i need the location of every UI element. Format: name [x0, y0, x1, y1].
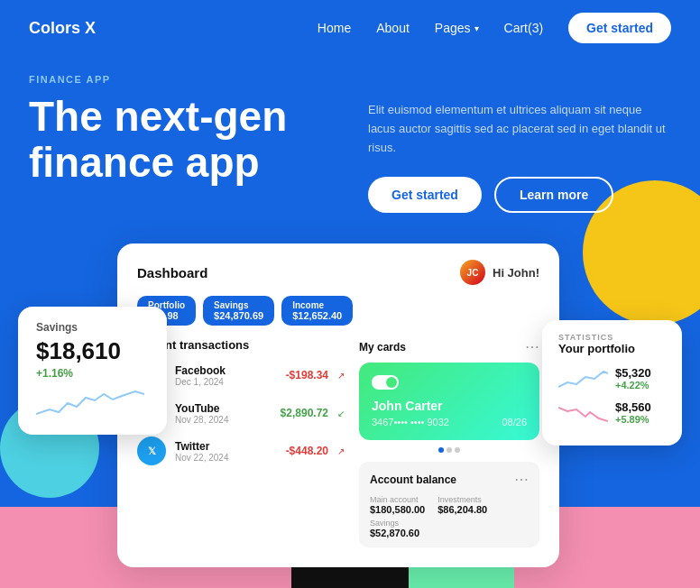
account-dots-icon[interactable]: ⋯ — [514, 471, 529, 488]
dots-menu-icon[interactable]: ⋯ — [525, 338, 539, 355]
twitter-icon: 𝕏 — [137, 436, 166, 465]
trans-amount: $2,890.72 — [281, 407, 328, 419]
investments-value: $86,204.80 — [438, 504, 487, 515]
hero-buttons: Get started Learn more — [368, 177, 671, 213]
trans-name: Twitter — [175, 440, 277, 453]
hero-learn-more-button[interactable]: Learn more — [494, 177, 613, 213]
stats-value-2: $8,560 — [615, 400, 651, 414]
trans-date: Nov 28, 2024 — [175, 415, 272, 425]
credit-card: John Carter 3467•••• •••• 9032 08/26 — [359, 363, 539, 440]
savings-chart — [36, 387, 149, 422]
right-panel: My cards ⋯ John Carter 3467•••• •••• 903… — [359, 338, 539, 547]
account-balance-section: Account balance ⋯ Main account $180,580.… — [359, 462, 539, 547]
account-balance-title: Account balance — [370, 473, 456, 486]
tab-income[interactable]: Income $12,652.40 — [281, 296, 353, 326]
nav-logo[interactable]: Colors X — [29, 19, 96, 38]
investments-item: Investments $86,204.80 — [438, 495, 487, 515]
stats-item-2: $8,560 +5.89% — [558, 399, 666, 426]
trans-amount: -$448.20 — [286, 445, 328, 457]
savings-change: +1.16% — [36, 367, 149, 380]
nav-links: Home About Pages ▾ Cart(3) Get started — [318, 13, 671, 43]
statistics-widget: Statistics Your portfolio $5,320 +4.22% … — [542, 320, 682, 446]
statistics-label: Statistics — [558, 333, 666, 342]
transactions-panel: Recent transactions f Facebook Dec 1, 20… — [137, 338, 345, 547]
card-dot-2 — [447, 447, 452, 453]
dashboard-header: Dashboard JC Hi John! — [137, 260, 539, 285]
dashboard-body: Recent transactions f Facebook Dec 1, 20… — [137, 338, 539, 547]
tab-savings[interactable]: Savings $24,870.69 — [203, 296, 274, 326]
arrow-down-icon: ↙ — [337, 409, 345, 418]
trans-name: Facebook — [175, 364, 277, 377]
trans-date: Nov 22, 2024 — [175, 453, 277, 463]
table-row: 𝕏 Twitter Nov 22, 2024 -$448.20 ↗ — [137, 436, 345, 465]
nav-get-started-button[interactable]: Get started — [568, 13, 671, 43]
dashboard-card: Dashboard JC Hi John! Portfolio $58.98 S… — [117, 243, 559, 567]
savings-label: Savings — [36, 321, 149, 334]
nav-link-pages[interactable]: Pages ▾ — [435, 21, 479, 35]
avatar: JC — [460, 260, 485, 285]
card-number: 3467•••• •••• 9032 08/26 — [372, 417, 527, 427]
nav-link-cart[interactable]: Cart(3) — [504, 21, 544, 35]
card-dots-indicator — [359, 447, 539, 453]
stats-info-1: $5,320 +4.22% — [615, 366, 651, 390]
hero-left: The next-gen finance app — [29, 94, 332, 185]
table-row: f Facebook Dec 1, 2024 -$198.34 ↗ — [137, 361, 345, 390]
nav-link-home[interactable]: Home — [318, 21, 351, 35]
dashboard-container: Dashboard JC Hi John! Portfolio $58.98 S… — [117, 243, 559, 567]
account-balance-row: Main account $180,580.00 Investments $86… — [370, 495, 529, 515]
arrow-up-icon: ↗ — [337, 371, 345, 381]
dashboard-tabs: Portfolio $58.98 Savings $24,870.69 Inco… — [137, 296, 539, 326]
table-row: ▶ YouTube Nov 28, 2024 $2,890.72 ↙ — [137, 399, 345, 427]
navbar: Colors X Home About Pages ▾ Cart(3) Get … — [0, 0, 700, 56]
arrow-up-icon: ↗ — [337, 446, 345, 456]
hero-section: FINANCE APP The next-gen finance app Eli… — [0, 56, 700, 213]
trans-date: Dec 1, 2024 — [175, 377, 277, 387]
savings-amount: $18,610 — [36, 337, 149, 365]
savings-widget: Savings $18,610 +1.16% — [18, 307, 167, 435]
main-account-value: $180,580.00 — [370, 504, 425, 515]
hero-content: The next-gen finance app Elit euismod el… — [29, 94, 671, 213]
transactions-title: Recent transactions — [137, 338, 345, 352]
savings-balance-item: Savings $52,870.60 — [370, 519, 529, 538]
stats-chart-mini-1 — [558, 364, 608, 391]
chevron-down-icon: ▾ — [474, 23, 479, 33]
transaction-info: Facebook Dec 1, 2024 — [175, 364, 277, 387]
account-balance-header: Account balance ⋯ — [370, 471, 529, 488]
stats-pct-2: +5.89% — [615, 414, 651, 425]
my-cards-section: My cards ⋯ John Carter 3467•••• •••• 903… — [359, 338, 539, 453]
tab-savings-value: $24,870.69 — [214, 310, 263, 321]
hero-label: FINANCE APP — [29, 74, 671, 85]
stats-info-2: $8,560 +5.89% — [615, 400, 651, 425]
savings-balance-value: $52,870.60 — [370, 528, 529, 538]
hero-title: The next-gen finance app — [29, 94, 332, 185]
transaction-info: Twitter Nov 22, 2024 — [175, 440, 277, 463]
stats-value-1: $5,320 — [615, 366, 651, 380]
card-dot-1 — [438, 447, 444, 453]
nav-link-about[interactable]: About — [376, 21, 410, 35]
card-holder-name: John Carter — [372, 399, 527, 413]
transaction-info: YouTube Nov 28, 2024 — [175, 402, 272, 425]
hero-get-started-button[interactable]: Get started — [368, 177, 482, 213]
main-account-item: Main account $180,580.00 — [370, 495, 425, 515]
stats-pct-1: +4.22% — [615, 380, 651, 390]
dashboard-title: Dashboard — [137, 265, 207, 280]
statistics-title: Your portfolio — [558, 342, 666, 355]
card-toggle[interactable] — [372, 375, 399, 390]
tab-income-value: $12,652.40 — [292, 310, 342, 321]
card-number-partial: 3467•••• •••• 9032 — [372, 417, 449, 427]
investments-label: Investments — [438, 495, 487, 504]
savings-balance-label: Savings — [370, 519, 529, 528]
card-expiry: 08/26 — [502, 417, 527, 427]
hero-right: Elit euismod elementum et ultrices aliqu… — [368, 94, 671, 213]
tab-income-label: Income — [292, 300, 342, 310]
tab-savings-label: Savings — [214, 300, 263, 310]
my-cards-title: My cards — [359, 341, 406, 354]
card-dot-3 — [455, 447, 460, 453]
main-account-label: Main account — [370, 495, 425, 504]
trans-amount: -$198.34 — [286, 369, 328, 381]
dashboard-greeting: JC Hi John! — [460, 260, 539, 285]
stats-chart-mini-2 — [558, 399, 608, 426]
trans-name: YouTube — [175, 402, 272, 415]
my-cards-header: My cards ⋯ — [359, 338, 539, 355]
hero-description: Elit euismod elementum et ultrices aliqu… — [368, 101, 671, 157]
